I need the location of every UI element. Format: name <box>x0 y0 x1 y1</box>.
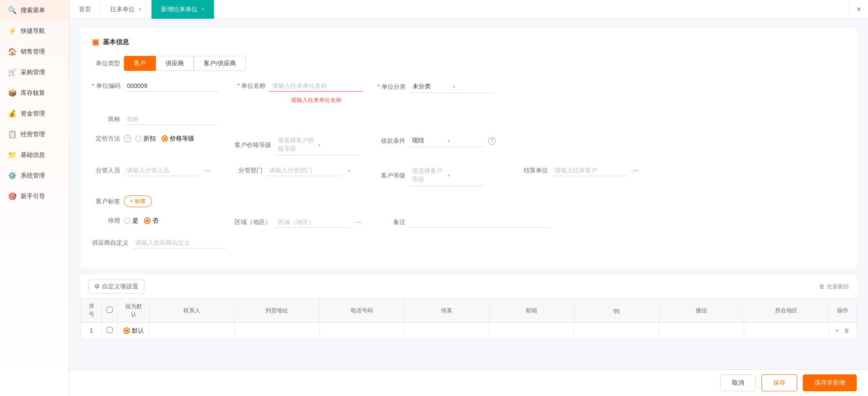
customer-tag-label: 客户标签 <box>92 197 120 206</box>
tab-new-partner-close[interactable]: × <box>201 6 205 13</box>
sidebar-item-label: 资金管理 <box>21 109 45 118</box>
row-address[interactable] <box>235 323 320 339</box>
sidebar-item-search[interactable]: 🔍 搜索菜单 <box>0 0 69 21</box>
row-region-input[interactable] <box>749 327 824 334</box>
main-area: 首页 往来单位 × 新增往来单位 × × ▣ 基本信息 单位类型 客 <box>69 0 868 396</box>
row-fax-input[interactable] <box>409 327 484 334</box>
unit-type-row: 单位类型 客户 供应商 客户/供应商 <box>92 56 845 71</box>
row-contact-input[interactable] <box>154 327 229 334</box>
row-qq-input[interactable] <box>579 327 654 334</box>
remark-input[interactable] <box>409 217 550 228</box>
radio-yes[interactable]: 是 <box>124 217 138 225</box>
row-default-radio[interactable]: 默认 <box>122 326 145 335</box>
row-contact[interactable] <box>150 323 235 339</box>
section-icon: ▣ <box>92 38 99 47</box>
table-toolbar: ⚙ 自定义项设置 🗑 批量删除 <box>81 275 857 298</box>
customer-level-select[interactable]: 请选择客户等级 ▾ <box>409 165 484 186</box>
row-phone[interactable] <box>320 323 404 339</box>
sidebar-item-sales[interactable]: 🏠 销售管理 <box>0 41 69 62</box>
department-input[interactable] <box>266 165 342 176</box>
operations-icon: 📋 <box>8 130 17 139</box>
chevron-down-icon5: ▾ <box>448 173 481 178</box>
sidebar-item-inventory[interactable]: 📦 库存核算 <box>0 83 69 103</box>
manager-more-icon[interactable]: ··· <box>203 166 213 175</box>
custom-settings-button[interactable]: ⚙ 自定义项设置 <box>88 280 145 294</box>
row-default: 默认 <box>118 323 150 339</box>
sidebar: 🔍 搜索菜单 ⚡ 快捷导航 🏠 销售管理 🛒 采购管理 📦 库存核算 💰 资金管… <box>0 0 69 396</box>
unit-category-select[interactable]: 未分类 ▾ <box>410 80 494 93</box>
window-close-button[interactable]: × <box>849 0 868 19</box>
row-checkbox[interactable] <box>107 327 113 333</box>
row-address-input[interactable] <box>239 327 314 334</box>
sidebar-item-operations[interactable]: 📋 经营管理 <box>0 124 69 145</box>
customer-price-level-label: 客户价格等级 <box>235 141 271 149</box>
customer-level-placeholder: 请选择客户等级 <box>412 167 446 184</box>
row-phone-input[interactable] <box>324 327 399 334</box>
quicknav-icon: ⚡ <box>8 26 17 36</box>
sidebar-item-finance[interactable]: 💰 资金管理 <box>0 103 69 124</box>
tab-home[interactable]: 首页 <box>69 0 101 19</box>
sidebar-item-quicknav[interactable]: ⚡ 快捷导航 <box>0 21 69 41</box>
col-wechat: 微信 <box>659 299 744 323</box>
settlement-more-icon[interactable]: ··· <box>631 166 640 175</box>
row-seq: 1 <box>81 323 102 339</box>
settlement-unit-input[interactable] <box>552 165 627 176</box>
customer-level-label: 客户等级 <box>377 171 405 180</box>
save-button[interactable]: 保存 <box>761 374 797 391</box>
manager-input[interactable] <box>124 165 199 176</box>
row-delete-button[interactable]: 🗑 <box>844 327 850 334</box>
pricing-help-icon[interactable]: ? <box>124 135 131 142</box>
radio-no[interactable]: 否 <box>144 217 159 225</box>
shortname-input[interactable] <box>124 114 218 125</box>
row-qq[interactable] <box>574 323 659 339</box>
cancel-button[interactable]: 取消 <box>720 374 756 391</box>
row-fax[interactable] <box>404 323 489 339</box>
guide-icon: 🎯 <box>8 192 17 201</box>
unit-code-input[interactable] <box>124 80 218 92</box>
sidebar-item-purchase[interactable]: 🛒 采购管理 <box>0 62 69 83</box>
row-wechat-input[interactable] <box>664 327 739 334</box>
sidebar-item-basic[interactable]: 📁 基础信息 <box>0 145 69 165</box>
row-region[interactable] <box>744 323 829 339</box>
unit-btn-supplier[interactable]: 供应商 <box>156 56 194 71</box>
unit-btn-customer[interactable]: 客户 <box>124 56 156 71</box>
tab-new-partner[interactable]: 新增往来单位 × <box>152 0 214 19</box>
unit-name-input[interactable] <box>269 80 363 92</box>
system-icon: ⚙️ <box>8 171 17 180</box>
chevron-down-icon: ▾ <box>453 84 491 89</box>
customer-price-level-select[interactable]: 请选择客户价格等级 ▾ <box>275 134 359 155</box>
header-checkbox[interactable] <box>107 307 113 313</box>
payment-help-icon[interactable]: ? <box>488 137 495 145</box>
unit-category-group: 单位分类 未分类 ▾ <box>377 80 509 93</box>
row-email-input[interactable] <box>494 327 569 334</box>
tab-partners-close[interactable]: × <box>138 6 142 13</box>
radio-yes-label: 是 <box>132 217 138 225</box>
save-and-new-button[interactable]: 保存并新增 <box>803 374 857 391</box>
chevron-down-icon3: ▾ <box>448 138 481 143</box>
supplier-custom-input[interactable] <box>132 237 226 248</box>
radio-discount[interactable]: 折扣 <box>135 134 156 143</box>
radio-price-level-circle <box>161 135 168 142</box>
unit-code-group: 单位编码 <box>92 80 223 92</box>
row-check[interactable] <box>102 323 118 339</box>
unit-btn-both[interactable]: 客户/供应商 <box>194 56 246 71</box>
row-add-button[interactable]: + <box>836 327 839 334</box>
tab-partners[interactable]: 往来单位 × <box>101 0 152 19</box>
row-wechat[interactable] <box>659 323 744 339</box>
unit-type-label: 单位类型 <box>92 59 120 68</box>
shortname-group: 简称 <box>92 114 223 125</box>
col-default: 设为默认 <box>118 299 150 323</box>
sidebar-item-guide[interactable]: 🎯 新手引导 <box>0 186 69 207</box>
department-select-chevron[interactable]: ▾ <box>345 166 355 175</box>
batch-delete-button[interactable]: 🗑 批量删除 <box>819 283 849 291</box>
col-contact: 联系人 <box>150 299 235 323</box>
row-email[interactable] <box>489 323 574 339</box>
customer-tag-row: 客户标签 + 标签 <box>92 195 845 207</box>
add-tag-button[interactable]: + 标签 <box>124 195 152 207</box>
radio-price-level[interactable]: 价格等级 <box>161 134 194 143</box>
payment-terms-select[interactable]: 现结 ▾ <box>409 134 484 147</box>
region-input[interactable] <box>275 217 350 228</box>
disabled-label: 停用 <box>92 217 120 225</box>
sidebar-item-system[interactable]: ⚙️ 系统管理 <box>0 165 69 186</box>
region-more-icon[interactable]: ··· <box>354 218 364 226</box>
